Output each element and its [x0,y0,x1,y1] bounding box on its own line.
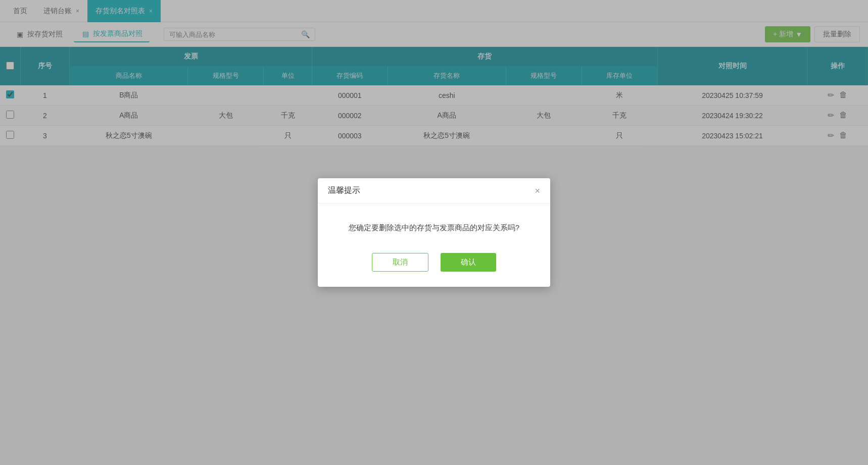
modal-overlay: 温馨提示 × 您确定要删除选中的存货与发票商品的对应关系吗? 取消 确认 [0,0,868,146]
